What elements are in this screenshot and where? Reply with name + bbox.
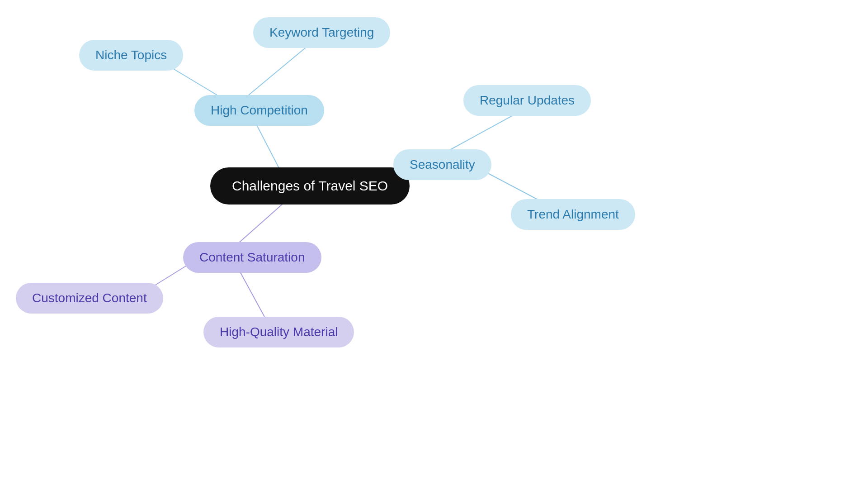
keyword-targeting-node: Keyword Targeting (253, 17, 390, 48)
content-saturation-node: Content Saturation (183, 242, 321, 273)
trend-alignment-node: Trend Alignment (511, 199, 635, 230)
seasonality-node: Seasonality (393, 149, 491, 180)
customized-content-node: Customized Content (16, 283, 163, 314)
high-quality-material-node: High-Quality Material (203, 317, 354, 347)
regular-updates-node: Regular Updates (463, 85, 591, 116)
high-competition-node: High Competition (194, 95, 324, 126)
svg-line-2 (249, 46, 307, 95)
svg-line-6 (240, 200, 287, 242)
niche-topics-node: Niche Topics (79, 40, 183, 71)
svg-line-8 (240, 271, 264, 317)
center-node: Challenges of Travel SEO (210, 167, 410, 205)
